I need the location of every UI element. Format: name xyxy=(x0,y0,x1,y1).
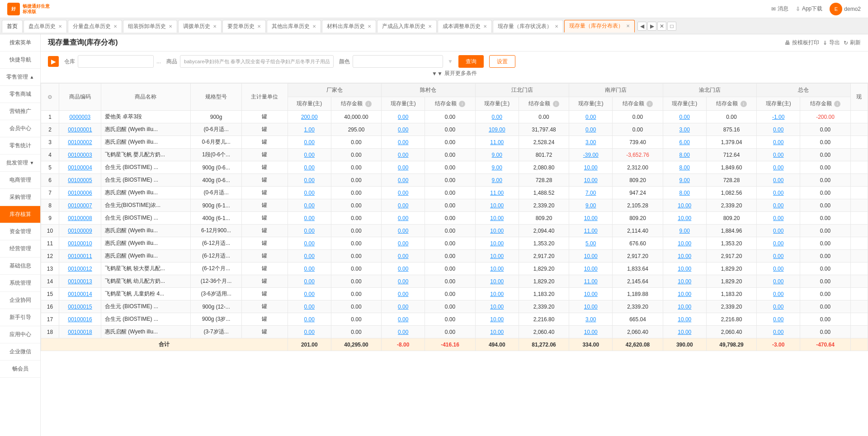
th-settings[interactable]: ⚙ xyxy=(41,84,59,111)
sidebar-item-member[interactable]: 会员中心 xyxy=(0,120,40,137)
tabs-menu-button[interactable]: □ xyxy=(667,22,676,31)
cell-name: 合生元 (BIOSTIME) ... xyxy=(101,212,190,225)
info-icon[interactable]: i xyxy=(553,101,559,107)
cell-nanan-qty: 11.00 xyxy=(569,225,613,237)
app-download-button[interactable]: ⇩ App下载 xyxy=(796,5,822,13)
cell-name: 爱他美 卓萃3段 xyxy=(101,111,190,123)
tab-stock-status[interactable]: 现存量（库存状况表） ✕ xyxy=(493,20,563,33)
summary-nanan-amt: 42,620.08 xyxy=(613,338,663,351)
sidebar-inventory-label: 库存核算 xyxy=(9,211,31,217)
sidebar-item-operations[interactable]: 经营管理 xyxy=(0,240,40,258)
cell-factory-qty: 0.00 xyxy=(288,300,331,313)
cell-current xyxy=(850,250,868,263)
query-button[interactable]: 查询 xyxy=(458,55,484,68)
tab-stock-dist[interactable]: 现存量（库存分布表） ✕ xyxy=(564,20,635,33)
cell-yubeibei-amt: 1,183.20 xyxy=(706,288,756,300)
cell-nanan-qty: 10.00 xyxy=(569,300,613,313)
sidebar-item-purchase[interactable]: 采购管理 xyxy=(0,189,40,206)
user-area[interactable]: E demo2 xyxy=(830,3,861,15)
tab-combo[interactable]: 组装拆卸单历史 ✕ xyxy=(123,20,177,33)
sidebar-item-app-center[interactable]: 应用中心 xyxy=(0,326,40,343)
tab-other-out[interactable]: 其他出库单历史 ✕ xyxy=(267,20,321,33)
cell-current xyxy=(850,111,868,123)
tabs-prev-button[interactable]: ◀ xyxy=(637,22,646,31)
info-icon[interactable]: i xyxy=(741,101,747,107)
tab-split-count[interactable]: 分量盘点单历史 ✕ xyxy=(68,20,122,33)
close-icon[interactable]: ✕ xyxy=(555,24,558,29)
close-icon[interactable]: ✕ xyxy=(483,24,487,29)
tab-requisition[interactable]: 要货单历史 ✕ xyxy=(222,20,266,33)
cell-unit: 罐 xyxy=(242,250,288,263)
sidebar-item-search[interactable]: 搜索英单 xyxy=(0,34,40,52)
cell-factory-amt: 0.00 xyxy=(331,149,381,161)
info-icon[interactable]: i xyxy=(365,101,372,107)
export-label: 导出 xyxy=(829,39,840,47)
summary-jiangbei-qty: 494.00 xyxy=(475,338,519,351)
sidebar-item-wechat[interactable]: 企业微信 xyxy=(0,343,40,361)
sidebar-item-wholesale[interactable]: 批发管理 ▼ xyxy=(0,155,40,172)
expand-filter-button[interactable]: ▼▼ 展开更多条件 xyxy=(432,70,477,77)
cell-nanan-qty: -39.00 xyxy=(569,149,613,161)
close-icon[interactable]: ✕ xyxy=(368,24,371,29)
sidebar-item-retail-mgmt[interactable]: 零售管理 ▲ xyxy=(0,69,40,86)
info-icon[interactable]: i xyxy=(459,101,465,107)
close-icon[interactable]: ✕ xyxy=(58,24,62,29)
info-icon[interactable]: i xyxy=(646,101,653,107)
table-container[interactable]: ⚙ 商品编码 商品名称 规格型号 主计量单位 厂家仓 陈村仓 江北门店 南岸门店… xyxy=(41,83,868,436)
cell-name: 飞鹤星飞帆 婴儿配方奶... xyxy=(101,149,190,161)
cell-unit: 罐 xyxy=(242,263,288,275)
tab-transfer[interactable]: 调拨单历史 ✕ xyxy=(178,20,222,33)
tab-product-in[interactable]: 产成品入库单历史 ✕ xyxy=(377,20,437,33)
tab-home[interactable]: 首页 xyxy=(2,20,23,33)
cell-spec: 900g xyxy=(191,111,242,123)
cell-chenshi-amt: 0.00 xyxy=(425,199,475,212)
sidebar-item-guide[interactable]: 新手引导 xyxy=(0,309,40,326)
warehouse-dots: ... xyxy=(156,58,161,65)
cell-total-qty: 0.00 xyxy=(757,275,800,288)
sidebar-item-ecommerce[interactable]: 电商管理 xyxy=(0,172,40,189)
table-row: 12 00100011 惠氏启醒 (Wyeth illu... (6-12月适.… xyxy=(41,250,868,263)
close-icon[interactable]: ✕ xyxy=(169,24,172,29)
cell-spec: (6-12月适... xyxy=(191,250,242,263)
tab-material-out[interactable]: 材料出库单历史 ✕ xyxy=(322,20,376,33)
cell-chenshi-amt: 0.00 xyxy=(425,111,475,123)
close-icon[interactable]: ✕ xyxy=(428,24,432,29)
close-icon[interactable]: ✕ xyxy=(213,24,217,29)
close-icon[interactable]: ✕ xyxy=(312,24,316,29)
settings-button[interactable]: 设置 xyxy=(489,55,515,68)
cell-total-amt: 0.00 xyxy=(800,263,850,275)
tab-cost-adjust[interactable]: 成本调整单历史 ✕ xyxy=(438,20,492,33)
print-button[interactable]: 🖶 按模板打印 xyxy=(785,39,819,47)
info-icon[interactable]: i xyxy=(834,101,840,107)
sidebar-item-base-info[interactable]: 基础信息 xyxy=(0,258,40,275)
tab-inventory-count[interactable]: 盘点单历史 ✕ xyxy=(24,20,67,33)
product-input[interactable] xyxy=(180,55,334,68)
sidebar-item-retail-stats[interactable]: 零售统计 xyxy=(0,137,40,155)
cell-nanan-qty: 3.00 xyxy=(569,313,613,326)
cell-nanan-amt: 1,189.88 xyxy=(613,288,663,300)
sidebar-item-system[interactable]: 系统管理 xyxy=(0,275,40,292)
sidebar-item-quick-nav[interactable]: 快捷导航 xyxy=(0,52,40,69)
cell-chenshi-qty: 0.00 xyxy=(382,313,425,326)
close-icon[interactable]: ✕ xyxy=(113,24,117,29)
tabs-close-button[interactable]: ✕ xyxy=(657,22,666,31)
sidebar-item-collab[interactable]: 企业协同 xyxy=(0,292,40,309)
settings-icon[interactable]: ⚙ xyxy=(47,94,52,100)
warehouse-input[interactable] xyxy=(78,55,154,68)
messages-button[interactable]: ✉ 消息 xyxy=(771,5,788,13)
filter-toggle-button[interactable]: ▶ xyxy=(48,56,59,67)
summary-current xyxy=(850,338,868,351)
tabs-next-button[interactable]: ▶ xyxy=(647,22,656,31)
close-icon[interactable]: ✕ xyxy=(257,24,261,29)
color-input[interactable] xyxy=(353,55,443,68)
sidebar-item-vip-member[interactable]: 畅会员 xyxy=(0,361,40,378)
sidebar-item-inventory[interactable]: 库存核算 xyxy=(0,206,40,223)
sidebar-item-finance[interactable]: 资金管理 xyxy=(0,223,40,240)
export-button[interactable]: ⇓ 导出 xyxy=(823,39,840,47)
close-icon[interactable]: ✕ xyxy=(626,23,630,28)
cell-code: 00100004 xyxy=(59,161,101,174)
sidebar-item-marketing[interactable]: 营销推广 xyxy=(0,103,40,120)
sidebar-item-retail-store[interactable]: 零售商城 xyxy=(0,86,40,103)
cell-chenshi-amt: 0.00 xyxy=(425,237,475,250)
refresh-button[interactable]: ↻ 刷新 xyxy=(844,39,861,47)
